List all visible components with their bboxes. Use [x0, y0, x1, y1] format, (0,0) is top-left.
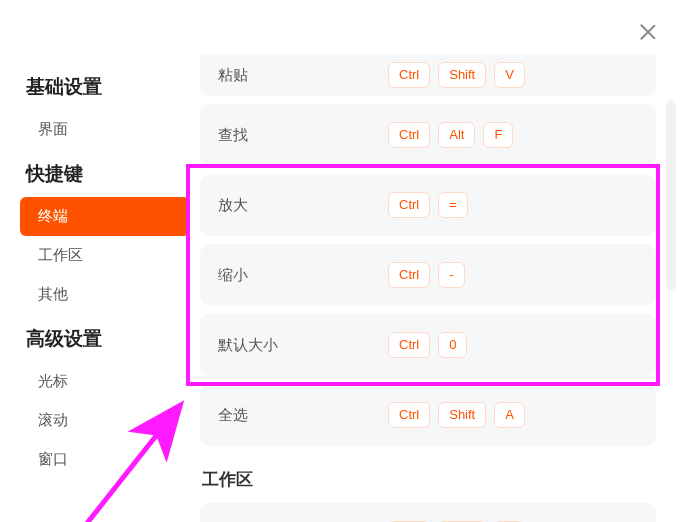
shortcut-keys: Ctrl Shift V [388, 62, 525, 88]
sidebar-item-terminal[interactable]: 终端 [20, 197, 190, 236]
sidebar-item-cursor[interactable]: 光标 [20, 362, 190, 401]
section-heading-workspace: 工作区 [200, 458, 656, 495]
key-badge: Shift [438, 402, 486, 428]
shortcut-keys: Ctrl 0 [388, 332, 467, 358]
sidebar-group-shortcuts: 快捷键 [20, 149, 190, 197]
shortcut-row[interactable]: 全选 Ctrl Shift A [200, 384, 656, 446]
shortcut-label: 查找 [218, 126, 388, 145]
close-icon[interactable] [638, 22, 658, 42]
shortcut-keys: Ctrl Alt F [388, 122, 513, 148]
shortcut-keys: Ctrl Shift A [388, 402, 525, 428]
shortcut-keys: Ctrl - [388, 262, 465, 288]
key-badge: F [483, 122, 513, 148]
key-badge: 0 [438, 332, 467, 358]
shortcut-row[interactable]: 默认大小 Ctrl 0 [200, 314, 656, 376]
shortcut-row[interactable]: 粘贴 Ctrl Shift V [200, 54, 656, 96]
key-badge: Ctrl [388, 122, 430, 148]
key-badge: Alt [438, 122, 475, 148]
content-pane: 粘贴 Ctrl Shift V 查找 Ctrl Alt F 放大 [200, 40, 684, 522]
scrollbar[interactable] [666, 100, 676, 290]
shortcut-label: 放大 [218, 196, 388, 215]
key-badge: Ctrl [388, 262, 430, 288]
key-badge: Ctrl [388, 332, 430, 358]
sidebar-group-basic: 基础设置 [20, 62, 190, 110]
sidebar-item-interface[interactable]: 界面 [20, 110, 190, 149]
key-badge: - [438, 262, 464, 288]
key-badge: Ctrl [388, 402, 430, 428]
shortcut-list: 粘贴 Ctrl Shift V 查找 Ctrl Alt F 放大 [200, 60, 656, 522]
shortcut-keys: Ctrl = [388, 192, 468, 218]
shortcut-row[interactable]: 缩小 Ctrl - [200, 244, 656, 306]
sidebar-item-scroll[interactable]: 滚动 [20, 401, 190, 440]
sidebar-item-other[interactable]: 其他 [20, 275, 190, 314]
key-badge: Ctrl [388, 192, 430, 218]
shortcut-row[interactable]: 新建工作区 Ctrl Shift T [200, 503, 656, 522]
key-badge: Shift [438, 62, 486, 88]
key-badge: V [494, 62, 525, 88]
key-badge: A [494, 402, 525, 428]
shortcut-label: 全选 [218, 406, 388, 425]
shortcut-label: 默认大小 [218, 336, 388, 355]
key-badge: = [438, 192, 468, 218]
shortcut-label: 粘贴 [218, 66, 388, 85]
settings-window: 基础设置 界面 快捷键 终端 工作区 其他 高级设置 光标 滚动 窗口 粘贴 C… [0, 0, 684, 522]
shortcut-row[interactable]: 放大 Ctrl = [200, 174, 656, 236]
sidebar-item-windowadv[interactable]: 窗口 [20, 440, 190, 479]
sidebar-item-workspace[interactable]: 工作区 [20, 236, 190, 275]
shortcut-row[interactable]: 查找 Ctrl Alt F [200, 104, 656, 166]
shortcut-label: 缩小 [218, 266, 388, 285]
sidebar: 基础设置 界面 快捷键 终端 工作区 其他 高级设置 光标 滚动 窗口 [0, 40, 200, 522]
sidebar-group-advanced: 高级设置 [20, 314, 190, 362]
key-badge: Ctrl [388, 62, 430, 88]
